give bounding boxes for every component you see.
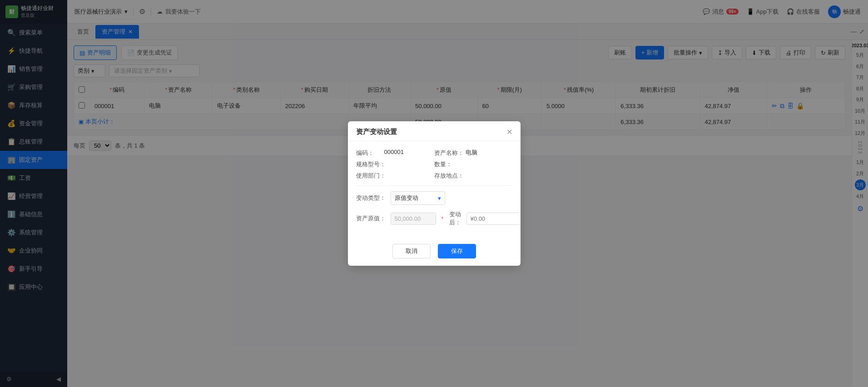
asset-change-modal: 资产变动设置 ✕ 编码： 000001 资产名称： 电脑 规格型号： 数量： — [348, 121, 521, 266]
required-star: * — [441, 215, 444, 222]
modal-body: 编码： 000001 资产名称： 电脑 规格型号： 数量： 使用部门： — [348, 141, 521, 239]
change-type-select[interactable]: 原值变动 ▾ — [391, 191, 445, 205]
modal-header: 资产变动设置 ✕ — [348, 121, 521, 141]
after-value-input[interactable] — [466, 213, 521, 225]
modal-title: 资产变动设置 — [356, 128, 397, 136]
modal-save-button[interactable]: 保存 — [438, 244, 476, 258]
modal-info-grid: 编码： 000001 资产名称： 电脑 规格型号： 数量： 使用部门： — [356, 149, 512, 180]
modal-overlay: 资产变动设置 ✕ 编码： 000001 资产名称： 电脑 规格型号： 数量： — [0, 0, 868, 387]
chevron-down-icon: ▾ — [438, 195, 441, 202]
original-value-display: 50,000.00 — [391, 213, 436, 225]
modal-close-icon[interactable]: ✕ — [506, 128, 512, 136]
after-label: 变动后： — [449, 210, 461, 227]
modal-dept-item: 使用部门： — [356, 171, 434, 180]
modal-location-item: 存放地点： — [434, 171, 512, 180]
modal-spec-item: 规格型号： — [356, 160, 434, 169]
modal-code-item: 编码： 000001 — [356, 149, 434, 157]
modal-footer: 取消 保存 — [348, 239, 521, 266]
modal-divider — [356, 185, 512, 186]
modal-quantity-item: 数量： — [434, 160, 512, 169]
modal-name-item: 资产名称： 电脑 — [434, 149, 512, 157]
modal-value-row: 资产原值： 50,000.00 * 变动后： — [356, 210, 512, 227]
modal-change-type-row: 变动类型： 原值变动 ▾ — [356, 191, 512, 205]
modal-cancel-button[interactable]: 取消 — [392, 244, 431, 258]
